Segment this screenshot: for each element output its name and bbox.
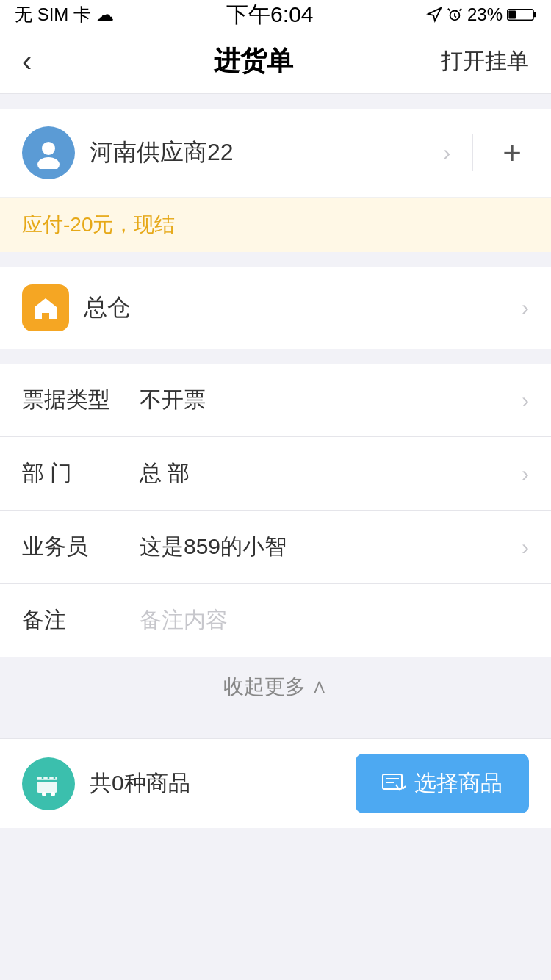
supplier-card: 河南供应商22 › + 应付-20元，现结 <box>0 109 551 252</box>
cart-icon <box>32 768 65 800</box>
page-title: 进货单 <box>214 43 293 79</box>
notice-bar: 应付-20元，现结 <box>0 198 551 252</box>
salesperson-value: 这是859的小智 <box>125 532 522 562</box>
status-bar: 无 SIM 卡 ☁ 下午6:04 23% <box>0 0 551 29</box>
select-product-icon <box>382 774 407 794</box>
svg-rect-3 <box>533 12 536 17</box>
status-left: 无 SIM 卡 ☁ <box>15 3 114 26</box>
gap3 <box>0 349 551 364</box>
alarm-icon <box>447 7 463 23</box>
add-supplier-button[interactable]: + <box>495 134 529 171</box>
collapse-label: 收起更多 ∧ <box>223 673 328 701</box>
svg-point-10 <box>51 792 55 796</box>
remark-value: 备注内容 <box>125 605 529 635</box>
warehouse-card[interactable]: 总仓 › <box>0 267 551 349</box>
warehouse-icon <box>22 284 69 331</box>
department-value: 总 部 <box>125 458 522 489</box>
supplier-avatar <box>22 126 75 179</box>
department-label: 部 门 <box>22 458 125 489</box>
warehouse-name: 总仓 <box>84 292 507 324</box>
svg-rect-4 <box>508 10 516 18</box>
invoice-type-label: 票据类型 <box>22 385 125 415</box>
home-icon <box>32 294 60 322</box>
svg-point-6 <box>37 157 60 169</box>
nav-bar: ‹ 进货单 打开挂单 <box>0 29 551 94</box>
salesperson-row[interactable]: 业务员 这是859的小智 › <box>0 511 551 584</box>
product-icon-container <box>22 757 75 810</box>
battery-icon <box>507 7 536 23</box>
salesperson-chevron: › <box>522 535 529 560</box>
status-time: 下午6:04 <box>226 0 313 30</box>
chevron-right-icon: › <box>443 140 450 165</box>
gap1 <box>0 94 551 109</box>
remark-label: 备注 <box>22 605 125 635</box>
warehouse-row[interactable]: 总仓 › <box>0 267 551 349</box>
department-row[interactable]: 部 门 总 部 › <box>0 437 551 511</box>
svg-marker-0 <box>428 8 441 21</box>
svg-point-5 <box>42 142 55 155</box>
gap2 <box>0 252 551 267</box>
invoice-type-row[interactable]: 票据类型 不开票 › <box>0 364 551 437</box>
supplier-row[interactable]: 河南供应商22 › + <box>0 109 551 198</box>
location-icon <box>426 7 442 23</box>
collapse-button[interactable]: 收起更多 ∧ <box>0 657 551 716</box>
remark-row[interactable]: 备注 备注内容 <box>0 584 551 657</box>
invoice-type-value: 不开票 <box>125 385 522 415</box>
select-product-button[interactable]: 选择商品 <box>356 754 529 813</box>
form-card: 票据类型 不开票 › 部 门 总 部 › 业务员 这是859的小智 › 备注 备… <box>0 364 551 657</box>
battery-text: 23% <box>467 4 503 25</box>
user-icon <box>32 137 65 169</box>
select-product-label: 选择商品 <box>414 768 503 799</box>
salesperson-label: 业务员 <box>22 532 125 562</box>
invoice-type-chevron: › <box>522 388 529 413</box>
open-pending-button[interactable]: 打开挂单 <box>441 46 529 76</box>
page-background <box>0 828 551 980</box>
product-count-text: 共0种商品 <box>90 768 341 799</box>
divider <box>472 134 473 171</box>
supplier-name: 河南供应商22 <box>90 137 428 169</box>
bottom-bar: 共0种商品 选择商品 <box>0 738 551 828</box>
sim-text: 无 SIM 卡 ☁ <box>15 3 114 26</box>
status-right: 23% <box>426 4 536 25</box>
warehouse-chevron-icon: › <box>522 295 529 320</box>
svg-point-9 <box>42 792 46 796</box>
svg-rect-7 <box>42 313 49 320</box>
gap4 <box>0 716 551 738</box>
department-chevron: › <box>522 461 529 486</box>
back-button[interactable]: ‹ <box>22 45 66 78</box>
